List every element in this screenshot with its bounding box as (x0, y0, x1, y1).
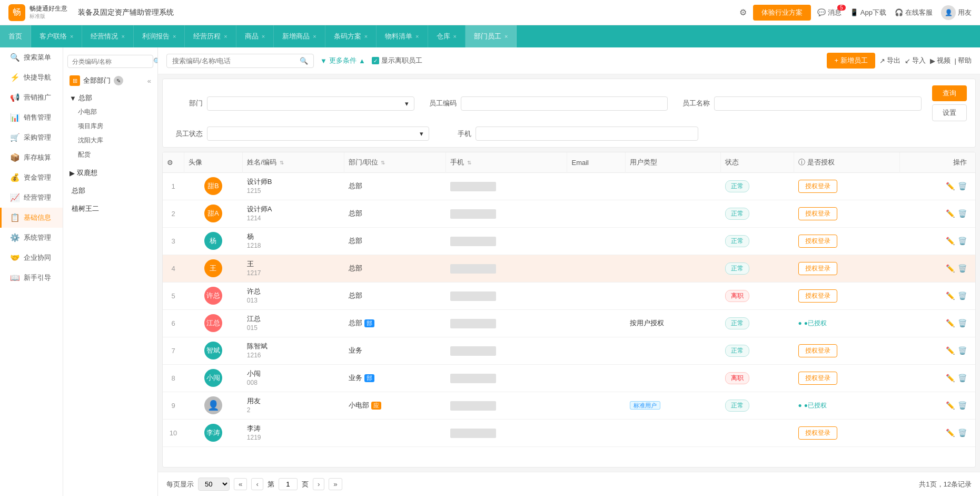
view-button[interactable]: ▶ 视频 (930, 56, 951, 65)
edit-button[interactable]: ✏️ (946, 264, 955, 273)
filter-empname-input[interactable] (714, 96, 922, 111)
edit-button[interactable]: ✏️ (946, 182, 955, 190)
sidebar-item-collab[interactable]: 🤝 企业协同 (0, 248, 63, 268)
sidebar-item-system[interactable]: ⚙️ 系统管理 (0, 228, 63, 248)
tree-group-shuanglu-title[interactable]: ▶ 双鹿想 (63, 166, 157, 180)
auth-login-button[interactable]: 授权登录 (798, 426, 837, 440)
auth-login-button[interactable]: 授权登录 (798, 262, 837, 275)
tab-operations[interactable]: 经营情况 × (82, 25, 133, 47)
tree-collapse-button[interactable]: « (147, 77, 151, 85)
edit-button[interactable]: ✏️ (946, 319, 955, 327)
auth-login-button[interactable]: 授权登录 (798, 180, 837, 193)
sidebar-item-quicknav[interactable]: ⚡ 快捷导航 (0, 67, 63, 87)
delete-button[interactable]: 🗑️ (958, 209, 967, 218)
close-icon[interactable]: × (173, 33, 176, 40)
delete-button[interactable]: 🗑️ (958, 429, 967, 437)
close-icon[interactable]: × (262, 33, 265, 40)
current-page-input[interactable] (279, 478, 298, 490)
search-input-box[interactable]: 🔍 (166, 54, 314, 68)
auth-login-button[interactable]: 授权登录 (798, 289, 837, 303)
edit-button[interactable]: ✏️ (946, 401, 955, 410)
tree-search-box[interactable]: 🔍 (67, 55, 153, 68)
search-input[interactable] (172, 57, 296, 65)
tree-search-input[interactable] (72, 58, 151, 65)
import-button[interactable]: ↙ 导入 (905, 56, 926, 65)
close-icon[interactable]: × (70, 33, 73, 40)
sidebar-item-guide[interactable]: 📖 新手引导 (0, 268, 63, 288)
col-dept-position[interactable]: 部门/职位 ⇅ (344, 152, 446, 173)
tab-barcode[interactable]: 条码方案 × (325, 25, 377, 47)
edit-button[interactable]: ✏️ (946, 209, 955, 218)
edit-button[interactable]: ✏️ (946, 374, 955, 382)
delete-button[interactable]: 🗑️ (958, 291, 967, 300)
add-employee-button[interactable]: + 新增员工 (827, 53, 875, 69)
tree-item-projectroom[interactable]: 项目库房 (63, 119, 157, 133)
edit-button[interactable]: ✏️ (946, 237, 955, 245)
tree-settings-icon[interactable]: ✎ (114, 76, 123, 85)
help-button[interactable]: | 帮助 (955, 56, 972, 65)
tree-group-hq-title[interactable]: ▼ 总部 (63, 91, 157, 105)
sidebar-item-purchase[interactable]: 🛒 采购管理 (0, 128, 63, 148)
sidebar-item-marketing[interactable]: 📢 营销推广 (0, 87, 63, 108)
col-settings[interactable]: ⚙ (163, 152, 184, 173)
tree-group-zongbu-title[interactable]: 总部 (63, 184, 157, 198)
tab-profit[interactable]: 利润报告 × (134, 25, 185, 47)
sidebar-item-management[interactable]: 📈 经营管理 (0, 188, 63, 208)
messages-button[interactable]: 💬 消息 5 (817, 8, 842, 17)
settings-button[interactable]: 设置 (932, 104, 967, 121)
close-icon[interactable]: × (504, 33, 508, 40)
user-menu-button[interactable]: 👤 用友 (941, 5, 972, 20)
sidebar-item-sales[interactable]: 📊 销售管理 (0, 108, 63, 128)
more-filters-button[interactable]: ▼ 更多条件 ▲ (320, 56, 365, 65)
close-icon[interactable]: × (121, 33, 124, 40)
tab-history[interactable]: 经营历程 × (185, 25, 236, 47)
delete-button[interactable]: 🗑️ (958, 374, 967, 382)
show-inactive-toggle[interactable]: ✓ 显示离职员工 (372, 56, 422, 65)
tab-goods[interactable]: 商品 × (236, 25, 274, 47)
close-icon[interactable]: × (224, 33, 227, 40)
sidebar-item-inventory[interactable]: 📦 库存核算 (0, 148, 63, 168)
sidebar-item-basicinfo[interactable]: 📋 基础信息 (0, 208, 63, 228)
settings-gear-button[interactable]: ⚙ (739, 7, 747, 17)
tab-warehouse[interactable]: 仓库 × (428, 25, 466, 47)
delete-button[interactable]: 🗑️ (958, 401, 967, 410)
close-icon[interactable]: × (415, 33, 419, 40)
auth-login-button[interactable]: 授权登录 (798, 207, 837, 220)
col-name-code[interactable]: 姓名/编码 ⇅ (243, 152, 344, 173)
export-button[interactable]: ↗ 导出 (879, 56, 900, 65)
auth-login-button[interactable]: 授权登录 (798, 372, 837, 385)
filter-dept-select[interactable]: ▾ (207, 96, 414, 111)
delete-button[interactable]: 🗑️ (958, 182, 967, 190)
delete-button[interactable]: 🗑️ (958, 264, 967, 273)
delete-button[interactable]: 🗑️ (958, 319, 967, 327)
tree-item-xiaodibu[interactable]: 小电部 (63, 105, 157, 119)
tab-customer[interactable]: 客户联络 × (31, 25, 82, 47)
close-icon[interactable]: × (364, 33, 368, 40)
delete-button[interactable]: 🗑️ (958, 237, 967, 245)
edit-button[interactable]: ✏️ (946, 429, 955, 437)
filter-phone-input[interactable] (476, 127, 698, 141)
tree-group-zhishu-title[interactable]: 植树王二 (63, 202, 157, 216)
query-button[interactable]: 查询 (932, 85, 967, 101)
auth-login-button[interactable]: 授权登录 (798, 235, 837, 248)
close-icon[interactable]: × (313, 33, 316, 40)
tab-bom[interactable]: 物料清单 × (377, 25, 428, 47)
empcode-input[interactable] (467, 100, 662, 108)
tree-item-shenyang[interactable]: 沈阳大库 (63, 133, 157, 148)
trial-button[interactable]: 体验行业方案 (753, 5, 811, 21)
phone-input[interactable] (481, 130, 692, 138)
sidebar-item-search[interactable]: 🔍 搜索菜单 (0, 47, 63, 67)
tab-home[interactable]: 首页 (0, 25, 31, 47)
edit-button[interactable]: ✏️ (946, 291, 955, 300)
edit-button[interactable]: ✏️ (946, 346, 955, 355)
tab-add-goods[interactable]: 新增商品 × (274, 25, 325, 47)
sidebar-item-finance[interactable]: 💰 资金管理 (0, 168, 63, 188)
tree-item-distribution[interactable]: 配货 (63, 148, 157, 162)
prev-page-button[interactable]: ‹ (251, 478, 263, 490)
delete-button[interactable]: 🗑️ (958, 346, 967, 355)
filter-status-select[interactable]: ▾ (207, 127, 429, 141)
app-download-button[interactable]: 📱 App下载 (850, 8, 886, 17)
auth-login-button[interactable]: 授权登录 (798, 344, 837, 357)
first-page-button[interactable]: « (234, 478, 247, 490)
page-size-select[interactable]: 50 100 (198, 478, 230, 491)
